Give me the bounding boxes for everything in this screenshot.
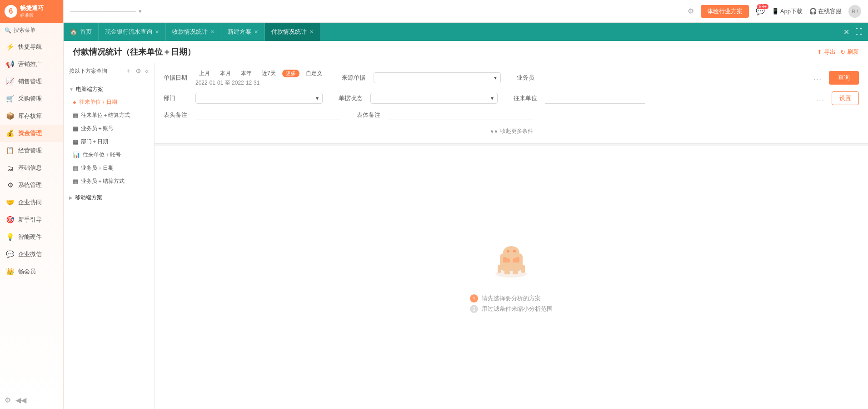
doc-status-arrow: ▾	[491, 95, 494, 101]
date-opt-more[interactable]: 更多	[282, 70, 299, 77]
date-opt-last-month[interactable]: 上月	[195, 69, 214, 78]
search-menu[interactable]: 🔍 搜索菜单	[0, 23, 63, 38]
sidebar-item-guide[interactable]: 🎯 新手引导	[0, 211, 63, 228]
empty-illustration	[489, 240, 534, 285]
settings-button[interactable]: 设置	[832, 91, 859, 105]
scheme-item-label: 业务员＋日期	[81, 164, 114, 172]
scheme-item-staff-date[interactable]: ▦ 业务员＋日期	[64, 162, 154, 175]
page-header-actions: ⬆ 导出 ↻ 刷新	[817, 48, 859, 56]
scheme-item-label: 部门＋日期	[81, 138, 108, 146]
tab-receipt-stats[interactable]: 收款情况统计 ✕	[166, 23, 221, 41]
quick-nav-icon: ⚡	[5, 43, 15, 51]
collapse-sidebar-icon[interactable]: ◀◀	[15, 396, 26, 404]
tab-payment-stats[interactable]: 付款情况统计 ✕	[265, 23, 320, 41]
message-button[interactable]: 💬 99+	[756, 7, 765, 15]
date-opt-custom[interactable]: 自定义	[302, 69, 326, 78]
main-area: ───────────────── ▾ ⚙ 体验行业方案 💬 99+ 📱 App…	[64, 0, 868, 409]
mobile-group-label: 移动端方案	[75, 194, 102, 202]
scheme-item-unit-settle[interactable]: ▦ 往来单位＋结算方式	[64, 109, 154, 122]
scheme-item-unit-account[interactable]: 📊 往来单位＋账号	[64, 148, 154, 162]
right-panel: 单据日期 上月 本月 本年 近7天 更多 自定义 2022-01-01 至 20…	[155, 63, 868, 409]
breadcrumb: ───────────────── ▾	[70, 8, 683, 15]
sidebar-item-smart-hw[interactable]: 💡 智能硬件	[0, 228, 63, 246]
sidebar-item-purchase[interactable]: 🛒 采购管理	[0, 90, 63, 107]
refresh-label: 刷新	[847, 48, 859, 56]
related-unit-input[interactable]	[545, 93, 645, 104]
collapse-panel-icon[interactable]: «	[145, 67, 149, 75]
sidebar-item-weixin[interactable]: 💬 企业微信	[0, 246, 63, 263]
tab-receipt-stats-close[interactable]: ✕	[210, 29, 215, 35]
header-note-input[interactable]	[195, 110, 341, 120]
filter-row-2: 部门 ▾ 单据状态 ▾ 往来单位 ...	[164, 91, 859, 105]
tab-close-all-icon[interactable]: ✕	[842, 26, 851, 38]
sidebar-item-label: 快捷导航	[18, 43, 42, 51]
sidebar-item-label: 营销推广	[18, 60, 42, 68]
sidebar-item-member[interactable]: 👑 畅会员	[0, 263, 63, 280]
query-button[interactable]: 查询	[829, 71, 859, 85]
body-note-label: 表体备注	[357, 111, 382, 119]
source-select[interactable]: ▾	[374, 72, 501, 83]
date-opt-this-month[interactable]: 本月	[216, 69, 234, 78]
tab-bank-flow[interactable]: 现金银行流水查询 ✕	[99, 23, 166, 41]
topbar: ───────────────── ▾ ⚙ 体验行业方案 💬 99+ 📱 App…	[64, 0, 868, 23]
system-icon: ⚙	[5, 181, 15, 189]
scheme-item-staff-account[interactable]: ▦ 业务员＋账号	[64, 122, 154, 135]
tab-fullscreen-icon[interactable]: ⛶	[853, 26, 864, 38]
scheme-item-staff-settle[interactable]: ▦ 业务员＋结算方式	[64, 175, 154, 188]
expand-arrow-icon: ▼	[69, 87, 74, 92]
sidebar-item-enterprise[interactable]: 🤝 企业协同	[0, 194, 63, 211]
settings-topbar-icon[interactable]: ⚙	[688, 7, 694, 15]
user-avatar[interactable]: Rit	[848, 5, 861, 18]
avatar-text: Rit	[852, 9, 858, 14]
date-opt-this-year[interactable]: 本年	[237, 69, 255, 78]
sidebar-item-marketing[interactable]: 📢 营销推广	[0, 56, 63, 73]
online-service-button[interactable]: 🎧 在线客服	[809, 7, 842, 15]
sidebar-item-operation[interactable]: 📋 经营管理	[0, 142, 63, 159]
scheme-item-dept-date[interactable]: ▦ 部门＋日期	[64, 135, 154, 148]
staff-input[interactable]	[549, 73, 649, 83]
scheme-group-pc-title[interactable]: ▼ 电脑端方案	[64, 83, 154, 96]
scheme-icon: ▦	[73, 178, 78, 185]
svg-rect-4	[498, 265, 501, 273]
message-badge: 99+	[757, 4, 768, 9]
sidebar-item-inventory[interactable]: 📦 库存核算	[0, 107, 63, 125]
doc-status-label: 单据状态	[339, 94, 364, 102]
settings-bottom-icon[interactable]: ⚙	[5, 396, 11, 404]
tab-payment-stats-close[interactable]: ✕	[309, 29, 314, 35]
sidebar-item-capital[interactable]: 💰 资金管理	[0, 125, 63, 142]
trial-button[interactable]: 体验行业方案	[701, 5, 749, 18]
svg-rect-7	[513, 271, 518, 274]
staff-more-icon[interactable]: ...	[813, 74, 822, 82]
date-opt-last7[interactable]: 近7天	[258, 69, 279, 78]
tab-new-plan[interactable]: 新建方案 ✕	[221, 23, 265, 41]
tab-bank-flow-close[interactable]: ✕	[155, 29, 159, 35]
basic-info-icon: 🗂	[5, 164, 15, 172]
add-scheme-icon[interactable]: ＋	[125, 67, 132, 75]
left-panel-title: 按以下方案查询	[69, 67, 107, 75]
dept-select[interactable]: ▾	[195, 93, 323, 104]
scheme-settings-icon[interactable]: ⚙	[135, 67, 141, 75]
doc-status-select[interactable]: ▾	[370, 93, 498, 104]
related-unit-more-icon[interactable]: ...	[816, 94, 825, 102]
sidebar-item-label: 基础信息	[18, 164, 42, 172]
body-note-input[interactable]	[389, 110, 534, 120]
scheme-group-mobile: ▶ 移动端方案	[64, 190, 154, 206]
sidebar-item-label: 库存核算	[18, 112, 42, 120]
tab-home[interactable]: 🏠 首页	[64, 23, 99, 41]
sidebar-item-basic-info[interactable]: 🗂 基础信息	[0, 159, 63, 177]
scheme-group-mobile-title[interactable]: ▶ 移动端方案	[64, 192, 154, 204]
sidebar-item-quick-nav[interactable]: ⚡ 快捷导航	[0, 38, 63, 56]
sidebar: 6 畅捷通巧 标准版 🔍 搜索菜单 ⚡ 快捷导航 📢 营销推广 📈 销售管理 🛒…	[0, 0, 64, 409]
app-download-button[interactable]: 📱 App下载	[772, 7, 803, 15]
refresh-button[interactable]: ↻ 刷新	[840, 48, 859, 56]
related-unit-group: ...	[545, 93, 825, 104]
sidebar-item-label: 经营管理	[18, 146, 42, 155]
scheme-item-unit-date[interactable]: ● 往来单位＋日期	[64, 96, 154, 109]
sidebar-item-sales[interactable]: 📈 销售管理	[0, 73, 63, 90]
sidebar-item-system[interactable]: ⚙ 系统管理	[0, 177, 63, 194]
collapse-filter-button[interactable]: ∧∧ 收起更多条件	[164, 125, 859, 138]
export-button[interactable]: ⬆ 导出	[817, 48, 836, 56]
tab-new-plan-close[interactable]: ✕	[254, 29, 258, 35]
tab-new-plan-label: 新建方案	[228, 28, 251, 36]
dropdown-arrow[interactable]: ▾	[139, 8, 142, 15]
